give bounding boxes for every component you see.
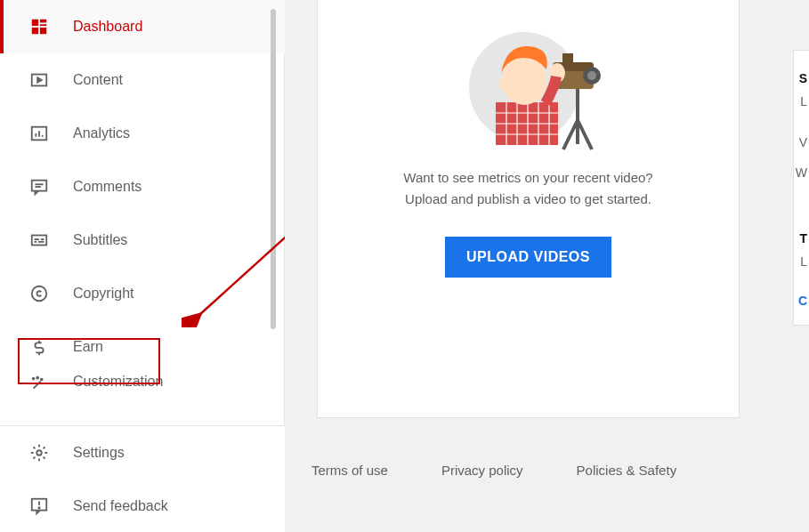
svg-point-18 xyxy=(32,286,47,302)
sidebar: Dashboard Content Analytics Comments Sub xyxy=(0,0,285,532)
svg-line-42 xyxy=(563,120,578,149)
svg-point-22 xyxy=(36,377,38,379)
settings-icon xyxy=(28,442,50,463)
creator-illustration xyxy=(453,18,604,151)
sidebar-item-feedback[interactable]: Send feedback xyxy=(0,480,285,532)
sidebar-item-label: Analytics xyxy=(73,125,130,141)
sidebar-item-label: Subtitles xyxy=(73,232,127,248)
footer-policies-link[interactable]: Policies & Safety xyxy=(577,463,677,478)
sidebar-item-comments[interactable]: Comments xyxy=(0,160,285,214)
sidebar-bottom: Settings Send feedback xyxy=(0,425,285,532)
sidebar-item-dashboard[interactable]: Dashboard xyxy=(0,0,285,53)
dashboard-icon xyxy=(28,16,50,37)
footer-privacy-link[interactable]: Privacy policy xyxy=(441,463,523,478)
sidebar-item-copyright[interactable]: Copyright xyxy=(0,267,285,320)
earn-icon xyxy=(28,336,50,358)
svg-rect-1 xyxy=(40,20,46,23)
sidebar-item-analytics[interactable]: Analytics xyxy=(0,107,285,160)
sidebar-scroll-area: Dashboard Content Analytics Comments Sub xyxy=(0,0,285,418)
right-partial-card xyxy=(793,50,809,326)
svg-point-27 xyxy=(38,507,39,508)
main-area: Want to see metrics on your recent video… xyxy=(285,0,809,532)
svg-rect-10 xyxy=(32,181,47,191)
sidebar-scrollbar[interactable] xyxy=(271,9,276,329)
upload-prompt-card: Want to see metrics on your recent video… xyxy=(317,0,740,418)
partial-letter: T xyxy=(799,231,807,246)
right-partial-panel: S L V W T L C xyxy=(791,0,809,532)
partial-letter: L xyxy=(800,94,807,109)
sidebar-item-label: Send feedback xyxy=(73,498,168,514)
content-icon xyxy=(28,69,50,91)
svg-rect-48 xyxy=(562,53,573,62)
footer-links: Terms of use Privacy policy Policies & S… xyxy=(311,463,676,478)
sidebar-item-label: Customization xyxy=(73,374,163,390)
customization-icon xyxy=(28,374,50,395)
upload-videos-button[interactable]: UPLOAD VIDEOS xyxy=(445,237,611,278)
subtitles-icon xyxy=(28,230,50,251)
svg-point-21 xyxy=(33,378,35,380)
svg-rect-3 xyxy=(32,28,38,34)
svg-rect-0 xyxy=(32,20,38,26)
sidebar-item-label: Earn xyxy=(73,339,103,355)
sidebar-item-customization[interactable]: Customization xyxy=(0,374,285,409)
svg-rect-2 xyxy=(40,24,46,26)
partial-letter: L xyxy=(800,254,807,269)
partial-letter: W xyxy=(796,165,807,180)
comments-icon xyxy=(28,176,50,197)
svg-line-43 xyxy=(578,120,592,149)
sidebar-item-subtitles[interactable]: Subtitles xyxy=(0,214,285,267)
partial-letter: V xyxy=(799,135,807,149)
prompt-text-line1: Want to see metrics on your recent video… xyxy=(403,167,652,189)
svg-point-40 xyxy=(499,77,510,91)
partial-letter: C xyxy=(798,294,807,308)
sidebar-item-settings[interactable]: Settings xyxy=(0,426,285,480)
sidebar-item-earn[interactable]: Earn xyxy=(0,320,285,374)
sidebar-item-label: Dashboard xyxy=(73,19,142,35)
footer-terms-link[interactable]: Terms of use xyxy=(311,463,388,478)
prompt-text-line2: Upload and publish a video to get starte… xyxy=(405,189,651,210)
sidebar-item-content[interactable]: Content xyxy=(0,53,285,107)
sidebar-item-label: Settings xyxy=(73,445,125,461)
sidebar-item-label: Content xyxy=(73,72,123,88)
svg-point-47 xyxy=(587,71,596,80)
feedback-icon xyxy=(28,496,50,517)
sidebar-item-label: Copyright xyxy=(73,286,133,302)
svg-point-24 xyxy=(36,450,42,455)
analytics-icon xyxy=(28,123,50,144)
partial-letter: S xyxy=(799,71,807,85)
svg-rect-4 xyxy=(40,28,46,34)
sidebar-item-label: Comments xyxy=(73,179,142,195)
copyright-icon xyxy=(28,283,50,304)
svg-point-23 xyxy=(41,379,43,381)
